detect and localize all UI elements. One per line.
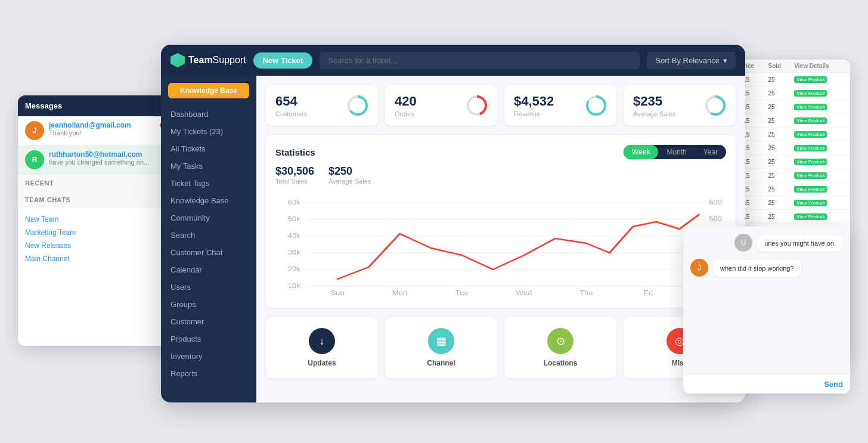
updates-label: Updates (308, 359, 336, 367)
view-product-button[interactable]: View Product (794, 90, 827, 97)
chat-input[interactable] (690, 380, 819, 389)
time-tabs: Week Month Year (624, 145, 726, 159)
svg-text:50k: 50k (288, 216, 300, 222)
total-sales-value: $30,506 (275, 165, 314, 178)
stat-card-customers: 654 Customers (266, 85, 378, 126)
avg-sales-value: $235 (633, 94, 675, 109)
customers-donut-chart (347, 95, 368, 116)
sidebar-item-products[interactable]: Products (161, 330, 256, 348)
team-chats-section-header[interactable]: TEAM CHATS ▼ (18, 191, 173, 208)
chat-messages: uries you might have on. U J when did it… (683, 227, 850, 374)
statistics-title: Statistics (275, 147, 315, 157)
col-sold: Sold (766, 60, 792, 73)
locations-card[interactable]: ⊙ Locations (504, 317, 616, 378)
view-product-button[interactable]: View Product (794, 117, 827, 124)
revenue-label: Revenue (514, 110, 554, 117)
sidebar-item-search[interactable]: Search (161, 227, 256, 244)
svg-text:10k: 10k (288, 283, 300, 289)
view-product-button[interactable]: View Product (794, 213, 827, 220)
orders-value: 420 (395, 94, 417, 109)
svg-text:500: 500 (709, 216, 722, 222)
sidebar-item-groups[interactable]: Groups (161, 296, 256, 313)
ticket-search-input[interactable] (320, 52, 640, 69)
sidebar-item-my-tasks[interactable]: My Tasks (161, 157, 256, 175)
view-product-button[interactable]: View Product (794, 145, 827, 151)
message-row: J when did it stop working? (690, 259, 843, 277)
sidebar-item-knowledge-base[interactable]: Knowledge Base (161, 192, 256, 209)
time-tab-month[interactable]: Month (658, 145, 695, 159)
svg-text:30k: 30k (288, 249, 300, 256)
sidebar-item-dashboard[interactable]: Dashboard (161, 106, 256, 123)
stat-card-avg-sales: $235 Average Sales (624, 85, 736, 126)
main-app-window: TeamSupport New Ticket Sort By Relevance… (161, 45, 745, 402)
sort-button[interactable]: Sort By Relevance ▾ (647, 52, 736, 69)
channel-label: Channel (427, 359, 455, 367)
view-product-button[interactable]: View Product (794, 159, 827, 165)
chart-svg: 60k 50k 40k 30k 20k 10k 600 500 400 300 … (275, 191, 726, 298)
sidebar-item-users[interactable]: Users (161, 278, 256, 296)
team-chats-list: New Team Marketing Team New Releases Mai… (18, 208, 173, 270)
chat-input-row: Send (683, 374, 850, 394)
team-chats-label: TEAM CHATS (25, 196, 70, 203)
team-chat-item[interactable]: New Team (25, 213, 166, 226)
sidebar-item-community[interactable]: Community (161, 209, 256, 227)
view-product-button[interactable]: View Product (794, 200, 827, 206)
orders-donut-chart (466, 95, 488, 116)
revenue-value: $4,532 (514, 94, 554, 109)
knowledge-base-badge[interactable]: Knowledge Base (168, 83, 249, 98)
sidebar: Knowledge Base Dashboard My Tickets (23)… (161, 76, 256, 402)
channel-card[interactable]: ▦ Channel (385, 317, 497, 378)
team-chat-item[interactable]: Marketing Team (25, 226, 166, 239)
stat-card-revenue: $4,532 Revenue (504, 85, 616, 126)
time-tab-year[interactable]: Year (695, 145, 726, 159)
chat-panel-title: Messages (25, 101, 62, 110)
chat-item[interactable]: R ruthharton50@hotmail.com have you chan… (18, 145, 173, 175)
sidebar-item-reports[interactable]: Reports (161, 365, 256, 382)
chat-user-msg: have you changed something on... (49, 159, 166, 166)
svg-text:40k: 40k (288, 233, 300, 239)
chevron-down-icon: ▾ (723, 56, 727, 65)
chat-user-name: jeanholland@gmail.com (49, 121, 155, 129)
avatar: J (690, 259, 708, 277)
message-row: uries you might have on. U (690, 234, 843, 252)
send-button[interactable]: Send (824, 380, 843, 389)
sidebar-item-ticket-tags[interactable]: Ticket Tags (161, 175, 256, 192)
chat-item[interactable]: J jeanholland@gmail.com Thank you! (18, 116, 173, 145)
right-chat-panel: uries you might have on. U J when did it… (683, 227, 850, 394)
view-product-button[interactable]: View Product (794, 104, 827, 110)
locations-label: Locations (544, 359, 578, 367)
avatar: R (25, 150, 44, 169)
message-bubble: uries you might have on. (757, 235, 843, 252)
logo-icon (170, 53, 185, 67)
updates-card[interactable]: ↓ Updates (266, 317, 378, 378)
sidebar-item-calendar[interactable]: Calendar (161, 261, 256, 278)
sidebar-item-my-tickets[interactable]: My Tickets (23) (161, 123, 256, 140)
view-product-button[interactable]: View Product (794, 76, 827, 83)
sales-chart: 60k 50k 40k 30k 20k 10k 600 500 400 300 … (275, 191, 726, 298)
statistics-header: Statistics Week Month Year (275, 145, 726, 159)
sidebar-item-all-tickets[interactable]: All Tickets (161, 140, 256, 157)
sidebar-item-customer-chat[interactable]: Customer Chat (161, 244, 256, 261)
svg-text:Sun: Sun (331, 290, 345, 296)
team-chat-item[interactable]: New Releases (25, 239, 166, 252)
svg-text:60k: 60k (288, 199, 300, 206)
avatar: U (734, 234, 752, 252)
avg-sales-label: Average Sales (633, 110, 675, 117)
channel-icon: ▦ (428, 328, 454, 354)
left-chat-panel: Messages J jeanholland@gmail.com Thank y… (18, 95, 173, 346)
team-chat-item[interactable]: Main Channel (25, 252, 166, 265)
view-product-button[interactable]: View Product (794, 172, 827, 179)
statistics-section: Statistics Week Month Year $30,506 Total… (266, 135, 736, 308)
new-ticket-button[interactable]: New Ticket (253, 52, 313, 69)
time-tab-week[interactable]: Week (624, 145, 658, 159)
orders-label: Orders (395, 110, 417, 117)
chat-panel-header: Messages (18, 95, 173, 116)
avg-sales-chart-label: Average Sales (328, 178, 371, 185)
bottom-icon-cards: ↓ Updates ▦ Channel ⊙ Locations (266, 317, 736, 378)
view-product-button[interactable]: View Product (794, 186, 827, 193)
sort-label: Sort By Relevance (655, 56, 720, 65)
sidebar-item-inventory[interactable]: Inventory (161, 348, 256, 365)
avg-sales-chart-value: $250 (328, 165, 371, 178)
sidebar-item-customer[interactable]: Customer (161, 313, 256, 330)
view-product-button[interactable]: View Product (794, 131, 827, 138)
